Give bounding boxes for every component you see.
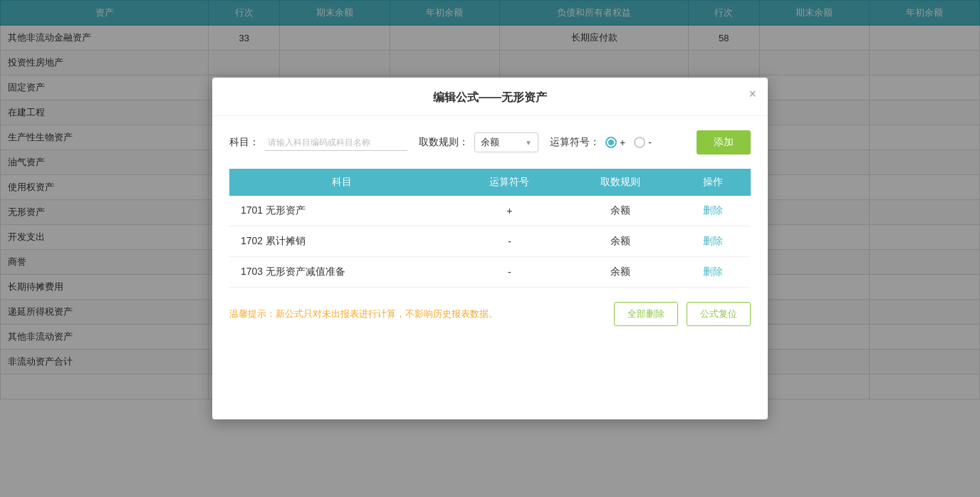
table-cell-operator: + [454,196,565,226]
table-header-operator: 运算符号 [454,169,565,196]
footer-tip: 温馨提示：新公式只对未出报表进行计算，不影响历史报表数据。 [229,308,498,320]
modal-footer: 温馨提示：新公式只对未出报表进行计算，不影响历史报表数据。 全部删除 公式复位 [212,288,768,333]
data-table-wrapper: 科目 运算符号 取数规则 操作 1701 无形资产+余额删除1702 累计摊销-… [229,169,751,288]
delete-row-link[interactable]: 删除 [703,204,723,216]
table-row: 1701 无形资产+余额删除 [229,196,751,226]
table-cell-operator: - [454,226,565,257]
operator-radio-group: + - [605,137,652,148]
radio-plus-label: + [620,137,625,148]
table-header-subject: 科目 [229,169,454,196]
table-header-action: 操作 [675,169,751,196]
subject-label: 科目： [229,136,259,149]
modal-dialog: 编辑公式——无形资产 × 科目： 取数规则： 余额 ▼ 运算符号： [212,78,768,419]
table-cell-subject: 1702 累计摊销 [229,226,454,257]
radio-minus-circle [634,137,645,148]
table-cell-subject: 1701 无形资产 [229,196,454,226]
subject-group: 科目： [229,134,407,151]
radio-plus-circle [605,137,617,148]
radio-plus[interactable]: + [605,137,625,148]
rule-select-value: 余额 [481,136,522,149]
table-header-rule: 取数规则 [565,169,675,196]
table-cell-action: 删除 [675,196,751,226]
form-row: 科目： 取数规则： 余额 ▼ 运算符号： + [212,116,768,169]
footer-buttons: 全部删除 公式复位 [614,302,751,326]
table-cell-subject: 1703 无形资产减值准备 [229,257,454,288]
data-table: 科目 运算符号 取数规则 操作 1701 无形资产+余额删除1702 累计摊销-… [229,169,751,288]
rule-select[interactable]: 余额 ▼ [474,132,538,152]
delete-all-button[interactable]: 全部删除 [614,302,678,326]
table-cell-rule: 余额 [565,226,675,257]
add-button[interactable]: 添加 [697,130,751,155]
reset-formula-button[interactable]: 公式复位 [687,302,751,326]
radio-minus-label: - [648,137,652,148]
operator-group: 运算符号： + - [550,136,652,149]
radio-minus[interactable]: - [634,137,652,148]
rule-select-arrow: ▼ [525,139,532,147]
delete-row-link[interactable]: 删除 [703,235,723,246]
modal-close-button[interactable]: × [749,88,756,100]
table-cell-rule: 余额 [565,196,675,226]
modal-header: 编辑公式——无形资产 × [212,78,768,116]
delete-row-link[interactable]: 删除 [703,266,723,277]
rule-group: 取数规则： 余额 ▼ [419,132,538,152]
modal-title: 编辑公式——无形资产 [433,90,547,105]
modal-overlay: 编辑公式——无形资产 × 科目： 取数规则： 余额 ▼ 运算符号： [0,0,980,497]
subject-input[interactable] [265,134,407,151]
table-cell-operator: - [454,257,565,288]
table-row: 1702 累计摊销-余额删除 [229,226,751,257]
rule-label: 取数规则： [419,136,469,149]
table-cell-rule: 余额 [565,257,675,288]
table-row: 1703 无形资产减值准备-余额删除 [229,257,751,288]
table-cell-action: 删除 [675,226,751,257]
operator-label: 运算符号： [550,136,600,149]
table-cell-action: 删除 [675,257,751,288]
